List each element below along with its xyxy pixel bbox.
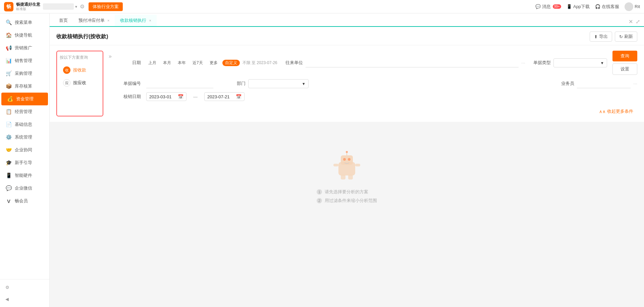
tab-receipt-cancel[interactable]: 收款核销执行 × bbox=[115, 15, 156, 27]
sidebar-item-inventory[interactable]: 📦 库存核算 bbox=[0, 80, 49, 93]
sidebar-item-hardware[interactable]: 📱 智能硬件 bbox=[0, 169, 49, 182]
counterpart-more-icon[interactable]: ··· bbox=[521, 60, 525, 65]
date-more[interactable]: 更多 bbox=[208, 59, 220, 66]
page-header: 收款核销执行(按收款) ⬆ 导出 ↻ 刷新 bbox=[50, 27, 644, 45]
app-download-button[interactable]: 📱 App下载 bbox=[567, 4, 590, 10]
topbar: 畅 畅捷通好生意 标准版 ▾ ⚙ 体验行业方案 💬 消息 99+ 📱 App下载… bbox=[0, 0, 644, 13]
tab-receipt-cancel-close[interactable]: × bbox=[149, 18, 151, 22]
dept-group: 部门 ▾ bbox=[232, 79, 539, 88]
sidebar-item-finance[interactable]: 💰 资金管理 bbox=[1, 93, 48, 105]
staff-more-icon[interactable]: ··· bbox=[633, 81, 637, 86]
calendar-start-icon[interactable]: 📅 bbox=[178, 94, 183, 99]
sidebar-bottom: ⚙ ◀ bbox=[0, 279, 49, 307]
staff-input[interactable] bbox=[577, 79, 631, 88]
system-icon: ⚙️ bbox=[5, 134, 12, 140]
filter-collapse-button[interactable]: » bbox=[109, 51, 115, 116]
export-button[interactable]: ⬆ 导出 bbox=[590, 32, 612, 42]
tab-prepay-close[interactable]: × bbox=[107, 18, 109, 22]
doc-number-label: 单据编号 bbox=[121, 81, 141, 87]
filter-by-receivable[interactable]: 应 按应收 bbox=[60, 76, 100, 89]
tab-home[interactable]: 首页 bbox=[54, 15, 73, 27]
brand-version: 标准版 bbox=[16, 7, 40, 11]
guide-icon: 🎓 bbox=[5, 160, 12, 166]
receipt-icon: 收 bbox=[63, 66, 70, 74]
doc-type-select[interactable]: ▾ bbox=[553, 58, 607, 67]
date-last-month[interactable]: 上月 bbox=[146, 59, 158, 66]
empty-tip-1: 1 请先选择要分析的方案 bbox=[317, 189, 377, 195]
sidebar: 🔍 搜索菜单 🏠 快捷导航 📢 营销推广 📊 销售管理 🛒 采购管理 📦 库存核… bbox=[0, 13, 50, 307]
messages-button[interactable]: 💬 消息 99+ bbox=[535, 4, 561, 10]
settings-icon[interactable]: ⚙ bbox=[80, 3, 85, 10]
cancel-date-start[interactable]: 2023-03-01 📅 bbox=[146, 92, 186, 101]
sidebar-item-operations[interactable]: 📋 经营管理 bbox=[0, 105, 49, 118]
sidebar-collapse-button[interactable]: ◀ bbox=[0, 294, 49, 304]
chevron-up-icon: ∧∧ bbox=[599, 109, 606, 114]
collapse-icon: ◀ bbox=[5, 297, 9, 302]
wechat-icon: 💬 bbox=[5, 185, 12, 191]
svg-rect-6 bbox=[341, 175, 345, 180]
sidebar-item-basic[interactable]: 📄 基础信息 bbox=[0, 118, 49, 131]
marketing-icon: 📢 bbox=[5, 45, 12, 51]
enterprise-icon: 🤝 bbox=[5, 147, 12, 153]
maximize-icon[interactable]: ⤢ bbox=[636, 18, 640, 25]
svg-point-2 bbox=[343, 158, 346, 161]
topbar-right: 💬 消息 99+ 📱 App下载 🎧 在线客服 Rit bbox=[535, 2, 640, 11]
date-this-month[interactable]: 本月 bbox=[161, 59, 173, 66]
sidebar-item-search[interactable]: 🔍 搜索菜单 bbox=[0, 16, 49, 29]
filter-row-1: 日期 上月 本月 本年 近7天 更多 自定义 不限 至 2023-07-26 往… bbox=[121, 51, 637, 75]
dept-label: 部门 bbox=[232, 81, 246, 87]
sidebar-item-marketing[interactable]: 📢 营销推广 bbox=[0, 42, 49, 54]
sidebar-item-sales[interactable]: 📊 销售管理 bbox=[0, 54, 49, 67]
date-label: 日期 bbox=[121, 60, 141, 66]
sidebar-settings-button[interactable]: ⚙ bbox=[0, 282, 49, 293]
sidebar-item-quick-nav[interactable]: 🏠 快捷导航 bbox=[0, 29, 49, 42]
finance-icon: 💰 bbox=[7, 96, 13, 102]
tip-num-1: 1 bbox=[317, 189, 322, 195]
avatar bbox=[625, 2, 633, 11]
cancel-date-label: 核销日期 bbox=[121, 94, 141, 100]
dept-select[interactable]: ▾ bbox=[248, 79, 309, 88]
staff-label: 业务员 bbox=[557, 81, 574, 87]
counterpart-input[interactable] bbox=[306, 58, 519, 67]
date-custom-badge[interactable]: 自定义 bbox=[222, 60, 240, 66]
sidebar-item-purchase[interactable]: 🛒 采购管理 bbox=[0, 67, 49, 80]
filter-row-3: 核销日期 2023-03-01 📅 — 2023-07-21 📅 bbox=[121, 92, 637, 101]
messages-badge: 99+ bbox=[553, 4, 561, 9]
operations-icon: 📋 bbox=[5, 109, 12, 115]
user-menu[interactable]: Rit bbox=[625, 2, 640, 11]
empty-tips: 1 请先选择要分析的方案 2 用过滤条件来缩小分析范围 bbox=[317, 189, 377, 204]
sidebar-item-system[interactable]: ⚙️ 系统管理 bbox=[0, 131, 49, 144]
search-icon: 🔍 bbox=[5, 19, 12, 25]
sidebar-item-guide[interactable]: 🎓 新手引导 bbox=[0, 156, 49, 169]
date-dash: — bbox=[192, 94, 199, 99]
close-tab-icon[interactable]: ✕ bbox=[629, 18, 633, 25]
refresh-button[interactable]: ↻ 刷新 bbox=[615, 32, 637, 42]
gear-icon: ⚙ bbox=[5, 285, 9, 290]
query-button[interactable]: 查询 bbox=[612, 51, 637, 61]
tab-prepay[interactable]: 预付冲应付单 × bbox=[73, 15, 115, 27]
main-content: 首页 预付冲应付单 × 收款核销执行 × ✕ ⤢ 收款核销执行(按收款) bbox=[50, 13, 644, 307]
filter-by-receipt[interactable]: 收 按收款 bbox=[60, 64, 100, 76]
page-content: 收款核销执行(按收款) ⬆ 导出 ↻ 刷新 按以下方案查询 bbox=[50, 27, 644, 307]
member-icon: V bbox=[5, 198, 12, 204]
home-icon: 🏠 bbox=[5, 32, 12, 38]
doc-number-input[interactable] bbox=[146, 79, 213, 88]
sidebar-item-member[interactable]: V 畅会员 bbox=[0, 195, 49, 207]
settings-button[interactable]: 设置 bbox=[612, 63, 637, 75]
chevron-down-icon: ▾ bbox=[75, 4, 77, 9]
svg-rect-7 bbox=[348, 175, 353, 180]
tabbar: 首页 预付冲应付单 × 收款核销执行 × ✕ ⤢ bbox=[50, 13, 644, 27]
purchase-icon: 🛒 bbox=[5, 70, 12, 76]
cancel-date-end[interactable]: 2023-07-21 📅 bbox=[204, 92, 245, 101]
solution-button[interactable]: 体验行业方案 bbox=[89, 2, 123, 11]
more-conditions-button[interactable]: ∧∧ 收起更多条件 bbox=[595, 106, 637, 116]
sidebar-item-wechat[interactable]: 💬 企业微信 bbox=[0, 182, 49, 195]
sidebar-item-enterprise[interactable]: 🤝 企业协同 bbox=[0, 144, 49, 156]
calendar-end-icon[interactable]: 📅 bbox=[236, 94, 241, 99]
date-group: 上月 本月 本年 近7天 更多 自定义 不限 至 2023-07-26 bbox=[146, 59, 277, 66]
date-7days[interactable]: 近7天 bbox=[191, 59, 205, 66]
date-this-year[interactable]: 本年 bbox=[176, 59, 188, 66]
brand-name: 畅捷通好生意 bbox=[16, 2, 40, 7]
account-dropdown[interactable]: ▾ bbox=[43, 3, 77, 10]
online-service-button[interactable]: 🎧 在线客服 bbox=[595, 4, 619, 10]
